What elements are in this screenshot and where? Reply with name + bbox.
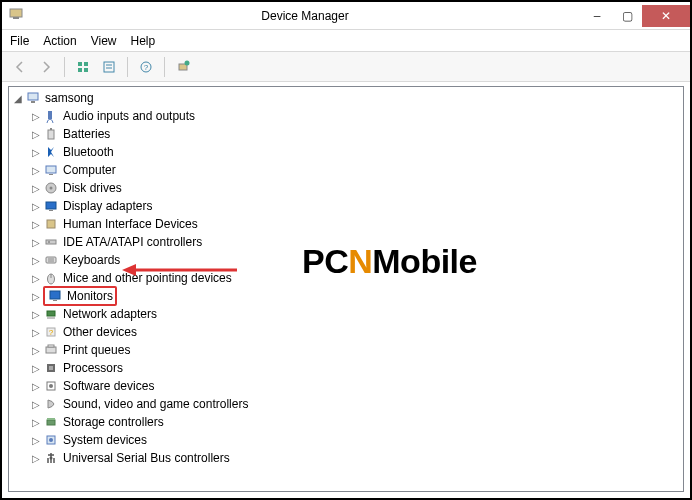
device-tree[interactable]: ◢ samsong ▷Audio inputs and outputs▷Batt… xyxy=(8,86,684,492)
tree-item[interactable]: ▷Processors xyxy=(9,359,683,377)
device-icon xyxy=(43,378,59,394)
expander-icon[interactable]: ▷ xyxy=(29,147,43,158)
show-hidden-button[interactable] xyxy=(71,55,95,79)
expander-icon[interactable]: ▷ xyxy=(29,345,43,356)
expander-icon[interactable]: ▷ xyxy=(29,381,43,392)
tree-item-label: Network adapters xyxy=(63,307,157,321)
svg-rect-15 xyxy=(48,111,52,119)
tree-item-label: Print queues xyxy=(63,343,130,357)
expander-icon[interactable]: ▷ xyxy=(29,435,43,446)
window-title: Device Manager xyxy=(28,9,582,23)
svg-rect-4 xyxy=(78,68,82,72)
tree-item[interactable]: ▷Sound, video and game controllers xyxy=(9,395,683,413)
tree-root[interactable]: ◢ samsong xyxy=(9,89,683,107)
toolbar: ? xyxy=(2,52,690,82)
svg-point-43 xyxy=(49,384,53,388)
expander-icon[interactable]: ▷ xyxy=(29,201,43,212)
tree-item[interactable]: ▷Software devices xyxy=(9,377,683,395)
maximize-button[interactable]: ▢ xyxy=(612,5,642,27)
svg-rect-5 xyxy=(84,68,88,72)
device-icon xyxy=(43,180,59,196)
device-icon xyxy=(43,252,59,268)
tree-item-label: Other devices xyxy=(63,325,137,339)
tree-item[interactable]: ▷Bluetooth xyxy=(9,143,683,161)
device-icon xyxy=(43,360,59,376)
tree-item[interactable]: ▷Disk drives xyxy=(9,179,683,197)
tree-item-label: Processors xyxy=(63,361,123,375)
device-icon xyxy=(43,306,59,322)
expander-icon[interactable]: ▷ xyxy=(29,417,43,428)
svg-rect-18 xyxy=(46,166,56,173)
device-icon xyxy=(43,342,59,358)
expander-icon[interactable]: ▷ xyxy=(29,453,43,464)
tree-item[interactable]: ▷System devices xyxy=(9,431,683,449)
titlebar[interactable]: Device Manager – ▢ ✕ xyxy=(2,2,690,30)
minimize-button[interactable]: – xyxy=(582,5,612,27)
expander-icon[interactable]: ▷ xyxy=(29,273,43,284)
svg-point-26 xyxy=(48,241,50,243)
expander-icon[interactable]: ▷ xyxy=(29,129,43,140)
tree-item-label: Software devices xyxy=(63,379,154,393)
expander-icon[interactable]: ▷ xyxy=(29,111,43,122)
expander-icon[interactable]: ▷ xyxy=(29,309,43,320)
device-icon xyxy=(43,108,59,124)
forward-button[interactable] xyxy=(34,55,58,79)
svg-rect-32 xyxy=(50,291,60,299)
expander-icon[interactable]: ▷ xyxy=(29,219,43,230)
menu-file[interactable]: File xyxy=(10,34,29,48)
tree-item[interactable]: ▷Keyboards xyxy=(9,251,683,269)
tree-item[interactable]: ▷IDE ATA/ATAPI controllers xyxy=(9,233,683,251)
tree-item[interactable]: ▷Network adapters xyxy=(9,305,683,323)
tree-item-label: Audio inputs and outputs xyxy=(63,109,195,123)
tree-item[interactable]: ▷Human Interface Devices xyxy=(9,215,683,233)
tree-item[interactable]: ▷Mice and other pointing devices xyxy=(9,269,683,287)
expander-icon[interactable]: ▷ xyxy=(29,291,43,302)
expander-icon[interactable]: ▷ xyxy=(29,399,43,410)
back-button[interactable] xyxy=(8,55,32,79)
tree-item-label: Computer xyxy=(63,163,116,177)
svg-rect-39 xyxy=(48,345,54,347)
expander-icon[interactable]: ▷ xyxy=(29,327,43,338)
svg-rect-24 xyxy=(47,220,55,228)
tree-item[interactable]: ▷?Other devices xyxy=(9,323,683,341)
svg-point-21 xyxy=(50,187,53,190)
svg-rect-14 xyxy=(31,101,35,103)
tree-item[interactable]: ▷Monitors xyxy=(9,287,683,305)
svg-text:?: ? xyxy=(144,63,149,72)
close-button[interactable]: ✕ xyxy=(642,5,690,27)
expander-icon[interactable]: ▷ xyxy=(29,255,43,266)
tree-item-label: Keyboards xyxy=(63,253,120,267)
expander-icon[interactable]: ◢ xyxy=(11,93,25,104)
device-icon: ? xyxy=(43,324,59,340)
tree-item[interactable]: ▷Universal Serial Bus controllers xyxy=(9,449,683,467)
svg-rect-3 xyxy=(84,62,88,66)
scan-button[interactable] xyxy=(171,55,195,79)
menu-view[interactable]: View xyxy=(91,34,117,48)
tree-item[interactable]: ▷Print queues xyxy=(9,341,683,359)
svg-rect-44 xyxy=(47,420,55,425)
menu-help[interactable]: Help xyxy=(131,34,156,48)
expander-icon[interactable]: ▷ xyxy=(29,363,43,374)
expander-icon[interactable]: ▷ xyxy=(29,165,43,176)
tree-item[interactable]: ▷Audio inputs and outputs xyxy=(9,107,683,125)
device-icon xyxy=(43,198,59,214)
menubar: File Action View Help xyxy=(2,30,690,52)
tree-item[interactable]: ▷Batteries xyxy=(9,125,683,143)
svg-rect-23 xyxy=(49,210,53,211)
tree-item[interactable]: ▷Storage controllers xyxy=(9,413,683,431)
expander-icon[interactable]: ▷ xyxy=(29,183,43,194)
tree-item[interactable]: ▷Display adapters xyxy=(9,197,683,215)
device-icon xyxy=(43,414,59,430)
help-button[interactable]: ? xyxy=(134,55,158,79)
separator xyxy=(64,57,65,77)
svg-rect-41 xyxy=(49,366,53,370)
properties-button[interactable] xyxy=(97,55,121,79)
menu-action[interactable]: Action xyxy=(43,34,76,48)
tree-item-label: Bluetooth xyxy=(63,145,114,159)
expander-icon[interactable]: ▷ xyxy=(29,237,43,248)
tree-item-label: IDE ATA/ATAPI controllers xyxy=(63,235,202,249)
svg-rect-33 xyxy=(53,300,57,301)
device-icon xyxy=(43,396,59,412)
tree-item[interactable]: ▷Computer xyxy=(9,161,683,179)
svg-rect-16 xyxy=(48,130,54,139)
